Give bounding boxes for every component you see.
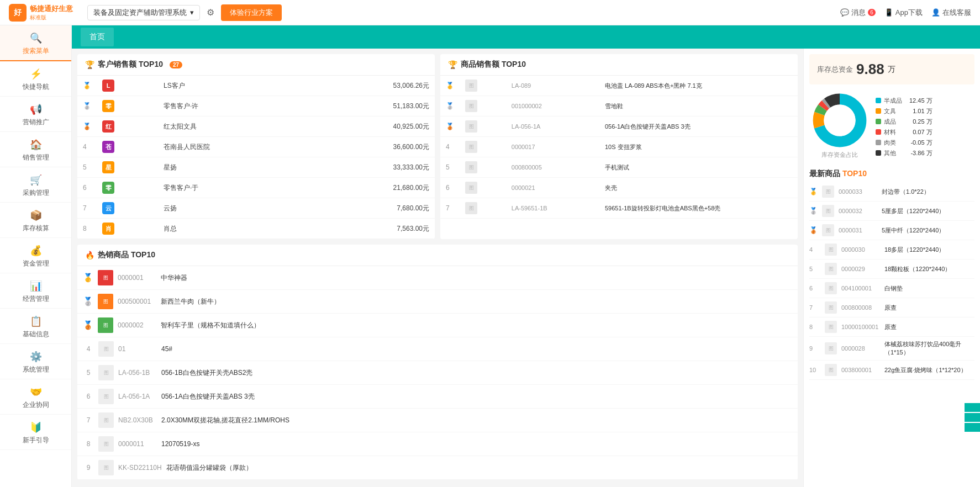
product-thumb: 图 [465,202,477,214]
donut-chart [809,90,870,151]
legend-color [876,140,881,145]
rank-cell: 🥉 [440,117,460,137]
customer-name-cell: 零售客户·于 [158,178,310,198]
new-product-row: 7 图 000800008 原查 [809,298,974,317]
product-code: LA-056-1A [118,393,157,400]
float-btn-service[interactable]: 客服热线 [965,403,980,412]
product-name: 中华神器 [161,273,792,283]
product-image: 图 [98,270,113,285]
product-image-placeholder: 图 [98,389,114,404]
customer-avatar: 星 [102,161,114,173]
silver-medal-icon: 🥈 [83,102,91,110]
product-code-cell: LA-59651-1B [506,198,599,219]
message-button[interactable]: 💬 消息 6 [840,8,876,18]
customer-row: 5 星 星扬 33,333.00元 [77,157,435,178]
sidebar-item-system[interactable]: ⚙️ 系统管理 [0,344,71,379]
customer-name-cell: 红太阳文具 [158,117,310,137]
avatar-cell: 云 [97,198,158,219]
amount-cell: 36,600.00元 [310,137,435,157]
customer-avatar: 肖 [102,223,114,235]
bronze-medal-icon: 🥉 [446,123,454,130]
new-product-name: 体械荔枝味苏打饮品400毫升（1*15） [884,340,974,357]
legend-label: 材料 [884,128,905,136]
new-product-name: 原查 [884,304,974,312]
system-select[interactable]: 装备及固定资产辅助管理系统 ▾ [87,5,200,20]
trophy2-icon: 🏆 [448,60,457,69]
product-ranking-card: 🏆 商品销售额 TOP10 🥇 图 LA-089 电池盖 LA-089 ABS本… [440,54,798,239]
product-code-cell: 0000017 [506,137,599,157]
customer-avatar: 零 [102,100,114,112]
message-badge: 6 [868,9,876,16]
rank-cell: 🥇 [440,76,460,96]
hot-product-row: 4 图 01 45# [77,337,798,361]
rank-cell: 7 [77,198,97,219]
product-code: NB2.0X30B [118,416,157,424]
silver-medal-icon: 🥈 [809,207,818,215]
settings-button[interactable]: ⚙ [207,7,214,18]
nav-bar: 首页 [72,25,980,49]
product-code-cell: 001000002 [506,96,599,117]
enterprise-icon: 🤝 [30,386,42,398]
customer-row: 🥇 L LS客户 53,006.26元 [77,76,435,96]
float-btn-community[interactable]: 服务社区 [965,413,980,422]
legend-color [876,119,881,124]
sidebar-item-purchase[interactable]: 🛒 采购管理 [0,167,71,203]
rank-number: 8 [83,440,94,448]
sidebar-item-basic[interactable]: 📋 基础信息 [0,309,71,344]
purchase-icon: 🛒 [30,174,42,186]
legend-value: -0.05 万 [906,139,932,147]
sidebar-item-sales[interactable]: 🏠 销售管理 [0,132,71,167]
sidebar-label-marketing: 营销推广 [23,118,49,127]
home-tab[interactable]: 首页 [81,28,114,46]
product-code-cell: LA-056-1A [506,117,599,137]
sidebar-item-guide[interactable]: 🔰 新手引导 [0,415,71,450]
sidebar-item-search[interactable]: 🔍 搜索菜单 [0,25,71,61]
sidebar-item-enterprise[interactable]: 🤝 企业协同 [0,379,71,415]
legend-value: 1.01 万 [908,107,932,115]
trial-button[interactable]: 体验行业方案 [221,4,282,21]
sidebar-label-sales: 销售管理 [23,153,49,162]
product-code: 01 [118,345,157,353]
app-download-button[interactable]: 📱 App下载 [884,8,923,18]
new-product-name: 5厘中纤（1220*2440） [882,226,974,235]
rank-cell: 4 [77,137,97,157]
bronze-medal-icon: 🥉 [809,226,818,234]
finance-icon: 💰 [30,245,42,257]
new-product-name: 白钢垫 [884,284,974,293]
sidebar-item-operation[interactable]: 📊 经营管理 [0,273,71,309]
sidebar-item-nav[interactable]: ⚡ 快捷导航 [0,61,71,97]
new-product-code: 004100001 [841,285,880,292]
sidebar-item-inventory[interactable]: 📦 库存核算 [0,203,71,238]
donut-subtitle: 库存资金占比 [809,151,870,159]
top-bar: 好 畅捷通好生意 标准版 装备及固定资产辅助管理系统 ▾ ⚙ 体验行业方案 💬 … [0,0,980,25]
new-product-code: 0000031 [839,227,877,234]
new-product-thumb: 图 [825,263,837,275]
inventory-unit: 万 [888,65,895,75]
new-product-thumb: 图 [822,186,834,198]
system-name: 装备及固定资产辅助管理系统 [93,8,187,18]
sidebar-item-finance[interactable]: 💰 资金管理 [0,238,71,273]
product-img-cell: 图 [460,157,506,178]
rank-number: 5 [83,163,87,171]
float-btn-live[interactable]: 直播 [965,423,980,432]
amount-cell: 7,680.00元 [310,198,435,219]
new-product-name: 原查 [884,323,974,331]
online-service-button[interactable]: 👤 在线客服 [931,8,971,18]
amount-cell: 7,563.00元 [310,219,435,239]
rank-number: 10 [809,367,820,373]
product-ranking-header: 🏆 商品销售额 TOP10 [440,54,798,76]
rank-cell: 5 [77,157,97,178]
rank-number: 7 [83,204,87,212]
hot-product-row: 🥉 图 0000002 智利车子里（规格不知道填什么） [77,314,798,337]
inventory-title: 库存总资金 [817,65,853,75]
customer-ranking-title: 客户销售额 TOP10 [98,60,163,70]
product-code: 0000011 [118,440,157,448]
product-row: 🥈 图 001000002 雪地鞋 [440,96,798,117]
new-products-list: 🥇 图 0000033 封边带（1.0*22） 🥈 图 0000032 5厘多层… [809,182,974,380]
hot-product-row: 🥇 图 0000001 中华神器 [77,266,798,290]
product-code-cell: 0000021 [506,178,599,198]
product-image-placeholder: 图 [98,436,114,452]
new-product-thumb: 图 [822,224,834,236]
new-product-code: 0000028 [841,345,880,352]
sidebar-item-marketing[interactable]: 📢 营销推广 [0,97,71,132]
